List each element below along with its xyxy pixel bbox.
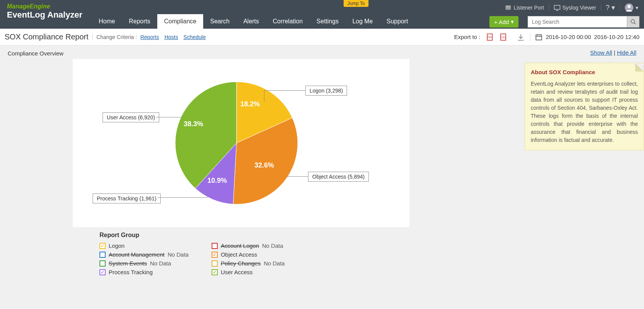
overview-title: Compliance Overview <box>8 50 636 57</box>
callout-process-tracking: Process Tracking (1,961) <box>93 194 161 203</box>
criteria-hosts-link[interactable]: Hosts <box>165 34 178 40</box>
legend-grid: Logon Account Management No Data System … <box>99 242 636 275</box>
date-from: 2016-10-20 00:00 <box>546 34 591 40</box>
callout-logon: Logon (3,298) <box>305 86 347 96</box>
syslog-icon <box>554 4 561 11</box>
svg-rect-2 <box>505 9 511 10</box>
date-range-picker[interactable]: 2016-10-20 00:00 2016-10-20 12:40 <box>530 33 639 41</box>
criteria-reports-link[interactable]: Reports <box>140 34 159 40</box>
callout-object-access: Object Access (5,894) <box>308 172 369 182</box>
top-links: Listener Port Syslog Viewer ? ▾ ▾ <box>505 3 638 12</box>
info-title: About SOX Compliance <box>531 69 638 75</box>
info-body: EventLog Analyzer lets enterprises to co… <box>531 80 638 144</box>
fold-corner <box>635 63 644 72</box>
user-avatar-dropdown[interactable]: ▾ <box>624 3 638 12</box>
nav-compliance[interactable]: Compliance <box>157 14 203 29</box>
date-to: 2016-10-20 12:40 <box>594 34 639 40</box>
sub-bar: SOX Compliance Report Change Criteria : … <box>0 29 644 46</box>
svg-rect-3 <box>554 5 560 10</box>
search-icon <box>630 19 636 25</box>
divider <box>549 5 549 11</box>
log-search-box <box>528 16 639 28</box>
top-bar: Jump To Listener Port Syslog Viewer ? ▾ … <box>0 0 644 29</box>
search-button[interactable] <box>627 16 639 28</box>
pie-chart-container: Logon (3,298) Object Access (5,894) Proc… <box>73 59 409 227</box>
subbar-left: SOX Compliance Report Change Criteria : … <box>5 33 208 41</box>
nav-correlation[interactable]: Correlation <box>266 14 310 29</box>
nav-alerts[interactable]: Alerts <box>236 14 266 29</box>
report-group: Report Group Logon Account Management No… <box>99 232 636 275</box>
export-to-label: Export to : <box>454 34 480 40</box>
pct-object-access: 32.6% <box>254 161 274 169</box>
brand-bottom: EventLog Analyzer <box>7 10 82 20</box>
syslog-viewer-link[interactable]: Syslog Viewer <box>554 4 596 11</box>
nav-search[interactable]: Search <box>203 14 236 29</box>
callout-user-access: User Access (6,920) <box>103 112 159 122</box>
svg-point-6 <box>628 5 631 8</box>
svg-text:PDF: PDF <box>487 36 492 39</box>
divider <box>601 5 601 11</box>
user-icon <box>624 3 634 12</box>
main-nav: Home Reports Compliance Search Alerts Co… <box>92 13 415 29</box>
jump-to-button[interactable]: Jump To <box>344 0 368 7</box>
calendar-icon <box>535 33 543 41</box>
criteria-schedule-link[interactable]: Schedule <box>183 34 205 40</box>
show-all-link[interactable]: Show All <box>590 49 612 56</box>
svg-line-8 <box>634 23 636 24</box>
legend-user-access[interactable]: User Access <box>212 269 285 275</box>
download-icon[interactable] <box>517 33 524 41</box>
pct-process-tracking: 10.9% <box>207 177 227 185</box>
brand-top: ManageEngine <box>7 3 82 10</box>
nav-settings[interactable]: Settings <box>310 14 346 29</box>
logo: ManageEngine EventLog Analyzer <box>7 3 82 20</box>
pct-user-access: 38.3% <box>184 120 203 128</box>
pct-logon: 18.2% <box>240 100 260 108</box>
nav-reports[interactable]: Reports <box>122 14 157 29</box>
chevron-down-icon: ▾ <box>511 18 514 25</box>
legend-account-logon[interactable]: Account Logon No Data <box>212 242 285 249</box>
report-group-title: Report Group <box>99 232 636 239</box>
divider <box>620 5 620 11</box>
hide-all-link[interactable]: Hide All <box>617 49 636 56</box>
help-dropdown[interactable]: ? ▾ <box>606 3 615 12</box>
about-sox-box: About SOX Compliance EventLog Analyzer l… <box>525 63 644 150</box>
legend-account-management[interactable]: Account Management No Data <box>99 251 189 258</box>
pie-chart <box>175 82 298 204</box>
show-hide-links: Show All | Hide All <box>590 49 636 56</box>
nav-home[interactable]: Home <box>92 14 122 29</box>
legend-policy-changes[interactable]: Policy Changes No Data <box>212 260 285 267</box>
svg-point-7 <box>631 20 634 23</box>
legend-system-events[interactable]: System Events No Data <box>99 260 189 267</box>
subbar-right: Export to : PDF CSV 2016-10-20 00:00 201… <box>454 33 639 41</box>
legend-process-tracking[interactable]: Process Tracking <box>99 269 189 275</box>
svg-rect-13 <box>536 35 542 40</box>
svg-rect-1 <box>505 7 511 8</box>
nav-support[interactable]: Support <box>380 14 415 29</box>
export-csv-icon[interactable]: CSV <box>499 33 507 41</box>
change-criteria-label: Change Criteria : Reports Hosts Schedule <box>92 34 208 40</box>
add-button[interactable]: + Add ▾ <box>489 16 518 28</box>
log-search-input[interactable] <box>528 16 627 28</box>
export-pdf-icon[interactable]: PDF <box>486 33 494 41</box>
listener-port-link[interactable]: Listener Port <box>505 4 544 11</box>
nav-logme[interactable]: Log Me <box>346 14 380 29</box>
listener-icon <box>505 4 512 11</box>
legend-logon[interactable]: Logon <box>99 242 189 249</box>
content-area: Compliance Overview Show All | Hide All … <box>0 46 644 280</box>
svg-text:CSV: CSV <box>501 36 506 39</box>
svg-rect-0 <box>505 6 511 7</box>
page-title: SOX Compliance Report <box>5 33 88 41</box>
legend-object-access[interactable]: Object Access <box>212 251 285 258</box>
